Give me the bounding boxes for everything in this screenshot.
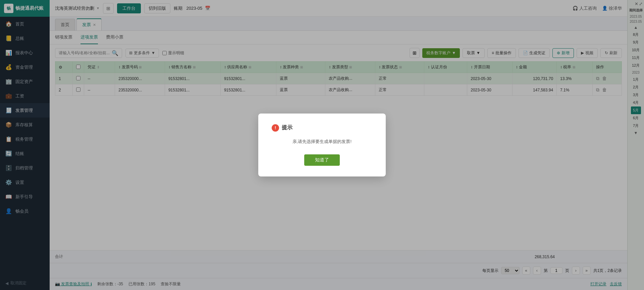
modal-confirm-btn[interactable]: 知道了 xyxy=(304,154,340,166)
modal-message: 亲,请先选择要生成单据的发票! xyxy=(292,138,352,145)
modal-warning-icon: ! xyxy=(272,124,279,132)
modal-dialog: ! 提示 亲,请先选择要生成单据的发票! 知道了 xyxy=(258,114,386,177)
modal-overlay: ! 提示 亲,请先选择要生成单据的发票! 知道了 xyxy=(0,0,644,290)
modal-title-row: ! 提示 xyxy=(272,124,292,132)
modal-title-text: 提示 xyxy=(282,124,292,131)
